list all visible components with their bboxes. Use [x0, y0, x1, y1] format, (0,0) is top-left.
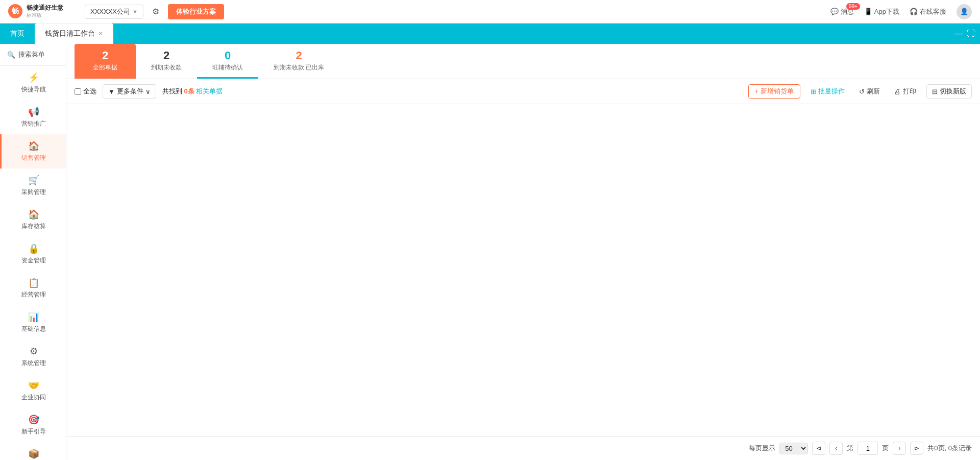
top-header: 畅 畅捷通好生意 标准版 XXXXXX公司 ▼ ⚙ 体验行业方案 💬 消息 99…	[0, 0, 980, 23]
print-icon: 🖨	[894, 88, 901, 95]
found-count: 0条	[184, 87, 194, 95]
stats-label-wangfu: 旺辅待确认	[212, 63, 243, 72]
batch-operation-button[interactable]: ⊞ 批量操作	[806, 85, 849, 98]
sidebar-item-quick-nav[interactable]: ⚡ 快捷导航	[0, 66, 66, 100]
basic-info-icon: 📊	[28, 311, 39, 323]
page-prefix: 第	[847, 444, 853, 453]
sidebar-item-purchase[interactable]: 🛒 采购管理	[0, 168, 66, 203]
enterprise-icon: 🤝	[28, 380, 39, 391]
sales-icon: 🏠	[28, 140, 39, 152]
found-text: 共找到 0条 相关单据	[162, 87, 223, 96]
last-page-button[interactable]: ⊳	[910, 442, 923, 455]
trial-button[interactable]: 体验行业方案	[168, 4, 224, 19]
pagination: 每页显示 50 100 200 ⊲ ‹ 第 页 › ⊳ 共0页, 0条记录	[66, 436, 980, 460]
tab-home-label: 首页	[10, 29, 24, 38]
search-menu-item[interactable]: 🔍 搜索菜单	[0, 44, 66, 66]
dropdown-arrow-icon: ▼	[132, 9, 138, 15]
related-link[interactable]: 相关单据	[196, 87, 223, 95]
stats-tab-shipped[interactable]: 2 到期未收款 已出库	[258, 44, 339, 79]
settings-button[interactable]: ⚙	[149, 5, 163, 19]
sidebar-item-apps[interactable]: 📦 应用中心	[0, 442, 66, 460]
sidebar-item-finance[interactable]: 🔒 资金管理	[0, 237, 66, 271]
main-layout: 🔍 搜索菜单 ⚡ 快捷导航 📢 营销推广 🏠 销售管理 🛒 采购管理 🏠 库存核…	[0, 44, 980, 460]
stats-number-wangfu: 0	[225, 49, 231, 62]
new-order-button[interactable]: + 新增销货单	[748, 84, 800, 99]
switch-icon: ⊟	[932, 88, 938, 95]
app-download-button[interactable]: 📱 App下载	[864, 7, 899, 16]
company-selector[interactable]: XXXXXX公司 ▼	[85, 5, 143, 19]
print-button[interactable]: 🖨 打印	[890, 85, 920, 98]
batch-icon: ⊞	[811, 88, 816, 95]
sidebar-item-enterprise[interactable]: 🤝 企业协同	[0, 374, 66, 408]
sidebar-item-marketing[interactable]: 📢 营销推广	[0, 100, 66, 134]
per-page-select[interactable]: 50 100 200	[779, 443, 808, 454]
tab-bar: 首页 钱货日清工作台 ✕ — ⛶	[0, 23, 980, 44]
select-all-input[interactable]	[75, 88, 81, 95]
operations-icon: 📋	[28, 277, 39, 288]
sidebar-item-label: 库存核算	[21, 222, 46, 231]
sidebar-item-label: 新手引导	[21, 427, 46, 436]
stats-number-overdue: 2	[163, 49, 169, 62]
toolbar-left: 全选 ▼ 更多条件 ∨ 共找到 0条 相关单据	[75, 84, 742, 99]
next-page-button[interactable]: ›	[893, 442, 906, 455]
per-page-label: 每页显示	[749, 444, 775, 453]
stats-number-shipped: 2	[296, 49, 302, 62]
company-name: XXXXXX公司	[90, 7, 130, 16]
select-all-checkbox[interactable]: 全选	[75, 87, 96, 96]
online-service-button[interactable]: 🎧 在线客服	[910, 7, 946, 16]
table-area	[66, 104, 980, 436]
stats-tabs: 2 全部单据 2 到期未收款 0 旺辅待确认 2 到期未收款 已出库	[66, 44, 980, 79]
avatar[interactable]: 👤	[957, 4, 972, 19]
sidebar-item-system[interactable]: ⚙ 系统管理	[0, 340, 66, 374]
sidebar-item-guide[interactable]: 🎯 新手引导	[0, 408, 66, 442]
filter-button[interactable]: ▼ 更多条件 ∨	[103, 84, 156, 99]
service-icon: 🎧	[910, 8, 918, 15]
header-right: 💬 消息 99+ 📱 App下载 🎧 在线客服 👤	[830, 4, 972, 19]
sidebar-item-label: 资金管理	[21, 256, 46, 265]
tab-close-icon[interactable]: ✕	[98, 30, 103, 37]
tab-work-bench[interactable]: 钱货日清工作台 ✕	[35, 23, 113, 44]
system-icon: ⚙	[30, 346, 38, 357]
switch-version-button[interactable]: ⊟ 切换新版	[926, 84, 972, 99]
prev-page-button[interactable]: ‹	[829, 442, 843, 455]
first-page-button[interactable]: ⊲	[812, 442, 825, 455]
stats-label-overdue: 到期未收款	[151, 63, 182, 72]
sidebar-item-label: 采购管理	[21, 188, 46, 197]
finance-icon: 🔒	[28, 243, 39, 254]
tab-home[interactable]: 首页	[0, 23, 35, 44]
tab-minimize-icon[interactable]: —	[954, 29, 963, 38]
sidebar-item-inventory[interactable]: 🏠 库存核算	[0, 203, 66, 237]
refresh-button[interactable]: ↺ 刷新	[855, 85, 884, 98]
sidebar-item-operations[interactable]: 📋 经营管理	[0, 271, 66, 305]
app-icon: 📱	[864, 8, 872, 15]
message-button[interactable]: 💬 消息 99+	[830, 7, 854, 16]
marketing-icon: 📢	[28, 106, 39, 117]
guide-icon: 🎯	[28, 414, 39, 425]
stats-tab-overdue[interactable]: 2 到期未收款	[136, 44, 197, 79]
sidebar-item-label: 快捷导航	[21, 85, 46, 94]
stats-tab-all[interactable]: 2 全部单据	[75, 44, 136, 79]
page-number-input[interactable]	[857, 442, 878, 455]
tab-work-bench-label: 钱货日清工作台	[45, 29, 95, 38]
filter-chevron-icon: ∨	[145, 88, 151, 95]
search-menu-label: 搜索菜单	[18, 50, 45, 59]
message-icon: 💬	[830, 8, 839, 15]
tab-bar-right: — ⛶	[954, 29, 980, 38]
inventory-icon: 🏠	[28, 209, 39, 220]
logo-area: 畅 畅捷通好生意 标准版	[8, 4, 75, 18]
sidebar-item-basic-info[interactable]: 📊 基础信息	[0, 305, 66, 340]
filter-icon: ▼	[108, 88, 115, 95]
apps-icon: 📦	[28, 448, 39, 459]
sidebar-item-sales[interactable]: 🏠 销售管理	[0, 134, 66, 168]
stats-tab-wangfu[interactable]: 0 旺辅待确认	[197, 44, 258, 79]
page-suffix: 页	[882, 444, 889, 453]
total-info: 共0页, 0条记录	[927, 444, 972, 453]
sidebar-item-label: 营销推广	[21, 119, 46, 128]
sidebar-item-label: 企业协同	[21, 393, 46, 402]
tab-maximize-icon[interactable]: ⛶	[967, 29, 975, 38]
purchase-icon: 🛒	[28, 175, 39, 186]
filter-label: 更多条件	[117, 87, 143, 96]
quick-nav-icon: ⚡	[28, 72, 39, 83]
toolbar-right: + 新增销货单 ⊞ 批量操作 ↺ 刷新 🖨 打印 ⊟ 切换新版	[748, 84, 972, 99]
logo-icon: 畅	[8, 4, 22, 18]
